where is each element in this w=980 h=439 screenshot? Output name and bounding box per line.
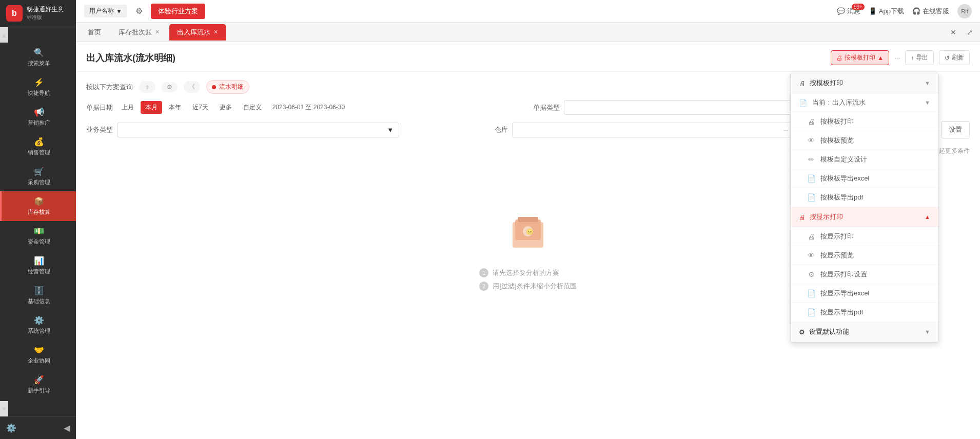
date-btn-last-month[interactable]: 上月 <box>117 101 139 114</box>
sidebar-item-finance[interactable]: 💵 资金管理 <box>0 221 76 251</box>
operation-icon: 📊 <box>34 256 44 266</box>
sidebar-item-quick-nav[interactable]: ⚡ 快捷导航 <box>0 72 76 102</box>
sidebar-item-marketing[interactable]: 📢 营销推广 <box>0 102 76 132</box>
default-section-header[interactable]: ⚙ 设置默认功能 ▼ <box>791 322 938 342</box>
dropdown-display-settings[interactable]: ⚙ 按显示打印设置 <box>791 265 938 284</box>
warehouse-select[interactable]: ··· <box>512 123 794 137</box>
settings-icon[interactable]: ⚙️ <box>6 423 16 433</box>
template-pdf-item-label: 按模板导出pdf <box>820 193 863 202</box>
add-filter-button[interactable]: ＋ <box>139 81 155 93</box>
page-header: 出入库流水(流水明细) 🖨 按模板打印 ▲ ··· ↑ 导出 ↺ 刷新 <box>76 42 980 72</box>
sidebar-scroll-up[interactable]: ▲ <box>0 27 8 43</box>
tab-batch-close[interactable]: ✕ <box>155 29 160 35</box>
date-btn-custom[interactable]: 自定义 <box>239 101 266 114</box>
sidebar-item-operation[interactable]: 📊 经营管理 <box>0 251 76 281</box>
template-excel-item-icon: 📄 <box>807 174 815 183</box>
sidebar-item-sales[interactable]: 💰 销售管理 <box>0 132 76 162</box>
purchase-icon: 🛒 <box>34 167 44 176</box>
page-content: 出入库流水(流水明细) 🖨 按模板打印 ▲ ··· ↑ 导出 ↺ 刷新 <box>76 42 980 439</box>
sidebar-label-quicknav: 快捷导航 <box>28 89 50 97</box>
template-print-item-icon: 🖨 <box>807 117 815 126</box>
template-print-chevron: ▲ <box>877 54 884 62</box>
export-button[interactable]: ↑ 导出 <box>905 50 934 65</box>
template-section-header[interactable]: 🖨 按模板打印 ▼ <box>791 73 938 93</box>
dropdown-display-pdf[interactable]: 📄 按显示导出pdf <box>791 303 938 322</box>
sidebar-item-collab[interactable]: 🤝 企业协同 <box>0 340 76 370</box>
refresh-button[interactable]: ↺ 刷新 <box>939 50 970 65</box>
close-tab-button[interactable]: ✕ <box>947 26 959 38</box>
dropdown-template-preview[interactable]: 👁 按模板预览 <box>791 131 938 150</box>
business-type-select[interactable]: ▼ <box>117 123 399 137</box>
display-pdf-item-label: 按显示导出pdf <box>820 308 863 317</box>
header-right: 💬 消息 99+ 📱 App下载 🎧 在线客服 Rit <box>837 4 972 18</box>
current-template-row[interactable]: 📄 当前：出入库流水 ▼ <box>791 93 938 112</box>
online-service-button[interactable]: 🎧 在线客服 <box>912 7 949 16</box>
industry-button[interactable]: 体验行业方案 <box>151 4 205 19</box>
tab-batch[interactable]: 库存批次账 ✕ <box>111 24 167 41</box>
printer-icon: 🖨 <box>836 54 842 62</box>
app-download-button[interactable]: 📱 App下载 <box>869 7 904 16</box>
template-print-item-label: 按模板打印 <box>820 117 854 126</box>
message-icon: 💬 <box>837 7 845 15</box>
template-custom-item-icon: ✏ <box>807 155 815 164</box>
collapse-sidebar-icon[interactable]: ◀ <box>64 423 70 433</box>
sidebar-item-purchase[interactable]: 🛒 采购管理 <box>0 162 76 191</box>
service-icon: 🎧 <box>912 7 920 15</box>
sidebar-item-search[interactable]: 🔍 搜索菜单 <box>0 43 76 72</box>
gear-button[interactable]: ⚙ <box>131 4 147 19</box>
app-logo: b 畅捷通好生意 标准版 <box>0 0 76 27</box>
maximize-tab-button[interactable]: ⤢ <box>964 26 976 38</box>
quicknav-icon: ⚡ <box>34 77 44 87</box>
tab-home[interactable]: 首页 <box>80 24 109 41</box>
more-options-icon[interactable]: ··· <box>894 54 900 62</box>
message-button[interactable]: 💬 消息 99+ <box>837 7 860 16</box>
filter-settings-button[interactable]: ⚙ <box>162 82 178 92</box>
top-header: 用户名称 ▼ ⚙ 体验行业方案 💬 消息 99+ 📱 App下载 🎧 <box>76 0 980 23</box>
main-area: 用户名称 ▼ ⚙ 体验行业方案 💬 消息 99+ 📱 App下载 🎧 <box>76 0 980 439</box>
avatar[interactable]: Rit <box>957 4 972 18</box>
sidebar-scroll-down[interactable]: ▼ <box>0 401 8 416</box>
business-type-field: 业务类型 ▼ <box>86 123 484 137</box>
template-print-button[interactable]: 🖨 按模板打印 ▲ <box>831 50 889 65</box>
business-type-label: 业务类型 <box>86 125 113 134</box>
tab-flow-close[interactable]: ✕ <box>213 29 218 35</box>
date-btn-more[interactable]: 更多 <box>215 101 237 114</box>
sidebar-item-system[interactable]: ⚙️ 系统管理 <box>0 310 76 340</box>
sidebar-item-guide[interactable]: 🚀 新手引导 <box>0 370 76 400</box>
empty-steps-list: 1 请先选择要分析的方案 2 用[过滤]条件来缩小分析范围 <box>479 268 576 295</box>
default-section-label: 设置默认功能 <box>809 327 849 336</box>
active-filter-tag[interactable]: 流水明细 <box>206 80 249 94</box>
date-btn-current-month[interactable]: 本月 <box>141 101 162 114</box>
dropdown-display-preview[interactable]: 👁 按显示预览 <box>791 246 938 265</box>
dropdown-template-pdf[interactable]: 📄 按模板导出pdf <box>791 188 938 207</box>
display-section-chevron: ▲ <box>925 214 930 220</box>
settings-button[interactable]: 设置 <box>941 121 970 138</box>
sidebar-label-finance: 资金管理 <box>28 238 50 246</box>
current-template-icon: 📄 <box>799 99 807 107</box>
display-section-label: 按显示打印 <box>810 212 843 222</box>
finance-icon: 💵 <box>34 226 44 236</box>
display-section-header[interactable]: 🖨 按显示打印 ▲ <box>791 207 938 227</box>
dropdown-template-custom[interactable]: ✏ 模板自定义设计 <box>791 150 938 169</box>
sidebar-label-basic: 基础信息 <box>28 297 50 305</box>
dropdown-template-excel[interactable]: 📄 按模板导出excel <box>791 169 938 188</box>
sidebar-label-collab: 企业协同 <box>28 357 50 365</box>
guide-icon: 🚀 <box>34 375 44 385</box>
dropdown-template-print[interactable]: 🖨 按模板打印 <box>791 112 938 131</box>
sidebar-label-search: 搜索菜单 <box>28 59 50 67</box>
sidebar-item-basic[interactable]: 🗄️ 基础信息 <box>0 281 76 310</box>
sidebar-label-guide: 新手引导 <box>28 387 50 394</box>
template-preview-item-icon: 👁 <box>807 136 815 145</box>
date-btn-year[interactable]: 本年 <box>164 101 186 114</box>
sidebar-item-apps[interactable]: 🔲 应用中心 <box>0 400 76 401</box>
dropdown-display-excel[interactable]: 📄 按显示导出excel <box>791 284 938 303</box>
sidebar-label-operation: 经营管理 <box>28 268 50 275</box>
date-btn-7days[interactable]: 近7天 <box>188 101 213 114</box>
user-selector[interactable]: 用户名称 ▼ <box>84 5 127 17</box>
search-icon: 🔍 <box>34 48 44 57</box>
dropdown-display-print[interactable]: 🖨 按显示打印 <box>791 227 938 246</box>
filter-collapse-button[interactable]: 《 <box>184 81 200 93</box>
tab-flow[interactable]: 出入库流水 ✕ <box>169 24 226 41</box>
sidebar-item-inventory[interactable]: 📦 库存核算 <box>0 191 76 221</box>
warehouse-more-icon[interactable]: ··· <box>783 126 789 134</box>
